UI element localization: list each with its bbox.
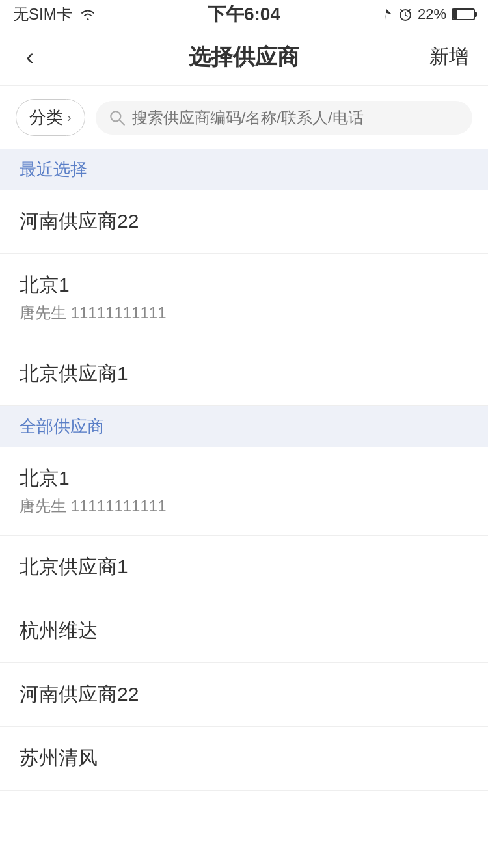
item-name: 苏州清风 [20, 745, 468, 772]
item-name: 北京供应商1 [20, 554, 468, 580]
all-list-item[interactable]: 杭州维达 [0, 599, 488, 663]
alarm-icon [398, 7, 413, 21]
search-input[interactable] [132, 109, 459, 127]
item-name: 河南供应商22 [20, 681, 468, 708]
all-list-item[interactable]: 河南供应商22 [0, 663, 488, 727]
recent-list-item[interactable]: 河南供应商22 [0, 190, 488, 254]
search-bar: 分类 › [0, 86, 488, 149]
svg-line-2 [119, 120, 124, 124]
item-contact: 唐先生 11111111111 [20, 303, 468, 323]
item-contact: 唐先生 11111111111 [20, 496, 468, 517]
recent-list-item[interactable]: 北京供应商1 [0, 342, 488, 406]
recent-section-header: 最近选择 [0, 149, 488, 190]
status-time: 下午6:04 [208, 2, 280, 27]
all-section-header: 全部供应商 [0, 406, 488, 447]
item-name: 北京供应商1 [20, 360, 468, 387]
add-button[interactable]: 新增 [429, 44, 468, 70]
page-title: 选择供应商 [189, 42, 299, 72]
battery-icon [452, 8, 475, 20]
chevron-icon: › [67, 110, 72, 125]
item-name: 河南供应商22 [20, 208, 468, 235]
wifi-icon [79, 8, 97, 21]
status-bar: 无SIM卡 下午6:04 22% [0, 0, 488, 29]
all-list: 北京1 唐先生 11111111111 北京供应商1 杭州维达 河南供应商22 … [0, 447, 488, 791]
back-button[interactable]: ‹ [20, 37, 40, 77]
item-name: 北京1 [20, 272, 468, 299]
carrier-text: 无SIM卡 [13, 4, 72, 25]
status-right: 22% [380, 6, 475, 23]
category-button[interactable]: 分类 › [16, 99, 85, 136]
recent-list: 河南供应商22 北京1 唐先生 11111111111 北京供应商1 [0, 190, 488, 406]
category-label: 分类 [29, 106, 63, 129]
all-list-item[interactable]: 北京供应商1 [0, 536, 488, 599]
item-name: 北京1 [20, 465, 468, 492]
all-list-item[interactable]: 苏州清风 [0, 727, 488, 791]
item-name: 杭州维达 [20, 617, 468, 644]
status-left: 无SIM卡 [13, 4, 97, 25]
all-list-item[interactable]: 北京1 唐先生 11111111111 [0, 447, 488, 536]
location-icon [380, 8, 393, 21]
battery-percent: 22% [418, 6, 446, 23]
recent-list-item[interactable]: 北京1 唐先生 11111111111 [0, 254, 488, 342]
search-input-wrapper[interactable] [96, 101, 472, 135]
search-icon [109, 109, 126, 126]
nav-bar: ‹ 选择供应商 新增 [0, 29, 488, 86]
